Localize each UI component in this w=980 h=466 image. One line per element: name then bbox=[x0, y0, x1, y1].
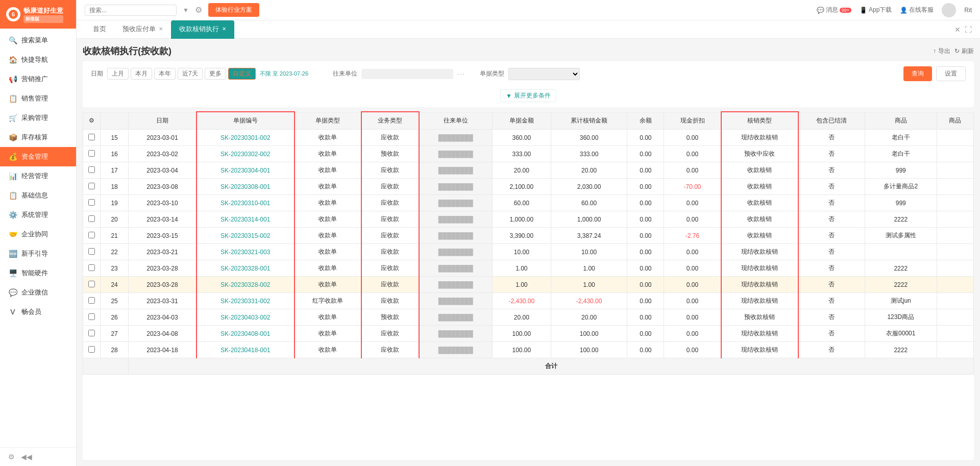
expand-conditions-button[interactable]: ▼ 展开更多条件 bbox=[500, 89, 556, 102]
sidebar-item-operation[interactable]: 📊经营管理 bbox=[0, 166, 76, 186]
cell-checkbox[interactable] bbox=[83, 130, 101, 146]
cell-bill-type: 收款单 bbox=[295, 162, 362, 179]
cell-cancel-type: 现结收款核销 bbox=[721, 293, 798, 309]
sidebar-item-quick-nav[interactable]: 🏠快捷导航 bbox=[0, 50, 76, 69]
cell-checkbox[interactable] bbox=[83, 309, 101, 326]
message-button[interactable]: 💬 消息 99+ bbox=[817, 6, 851, 14]
date-range-display: 不限 至 2023-07-26 bbox=[260, 70, 308, 78]
cell-include-settled: 否 bbox=[798, 228, 865, 244]
cell-checkbox[interactable] bbox=[83, 162, 101, 179]
sidebar-item-member[interactable]: V畅会员 bbox=[0, 302, 76, 322]
cell-bill-amount: 1.00 bbox=[492, 260, 551, 277]
sidebar-item-sales[interactable]: 📋销售管理 bbox=[0, 89, 76, 108]
col-header-gear[interactable]: ⚙ bbox=[83, 112, 101, 130]
date-btn-7days[interactable]: 近7天 bbox=[178, 68, 203, 80]
cell-bill-no: SK-20230302-002 bbox=[197, 146, 295, 162]
query-button[interactable]: 查询 bbox=[903, 66, 932, 81]
tab-close-icon[interactable]: ✕ bbox=[159, 26, 163, 32]
cell-goods2 bbox=[937, 228, 973, 244]
cell-cancel-type: 预收中应收 bbox=[721, 146, 798, 162]
sidebar-item-marketing[interactable]: 📢营销推广 bbox=[0, 69, 76, 89]
sidebar-nav: 🔍搜索菜单🏠快捷导航📢营销推广📋销售管理🛒采购管理📦库存核算💰资金管理📊经营管理… bbox=[0, 29, 76, 447]
cell-checkbox[interactable] bbox=[83, 260, 101, 277]
online-service-button[interactable]: 👤 在线客服 bbox=[900, 6, 934, 14]
cell-checkbox[interactable] bbox=[83, 179, 101, 195]
page-actions: ↑ 导出 ↻ 刷新 bbox=[933, 47, 974, 56]
sidebar-item-basic[interactable]: 📋基础信息 bbox=[0, 186, 76, 205]
cell-checkbox[interactable] bbox=[83, 244, 101, 260]
cell-bill-type: 红字收款单 bbox=[295, 293, 362, 309]
cell-checkbox[interactable] bbox=[83, 277, 101, 293]
bill-no-link[interactable]: SK-20230403-002 bbox=[220, 314, 270, 321]
bill-type-select[interactable] bbox=[508, 68, 580, 80]
filter-settings-button[interactable]: 设置 bbox=[936, 66, 966, 81]
bill-no-link[interactable]: SK-20230331-002 bbox=[220, 298, 270, 305]
bill-no-link[interactable]: SK-20230321-003 bbox=[220, 249, 270, 256]
tab-label: 预收应付单 bbox=[122, 24, 156, 34]
filter-bar: 日期 上月 本月 本年 近7天 更多 自定义 不限 至 2023-07-26 往… bbox=[83, 61, 974, 107]
sidebar-item-finance[interactable]: 💰资金管理 bbox=[0, 147, 76, 166]
sidebar-item-inventory[interactable]: 📦库存核算 bbox=[0, 128, 76, 147]
collapse-icon[interactable]: ◀◀ bbox=[21, 453, 32, 461]
sidebar-item-wechat[interactable]: 💬企业微信 bbox=[0, 283, 76, 302]
bill-no-link[interactable]: SK-20230315-002 bbox=[220, 232, 270, 239]
cell-cash-discount: 0.00 bbox=[664, 342, 721, 358]
bill-no-link[interactable]: SK-20230304-001 bbox=[220, 167, 270, 174]
date-btn-custom[interactable]: 自定义 bbox=[228, 68, 256, 80]
refresh-button[interactable]: ↻ 刷新 bbox=[954, 47, 974, 56]
industry-solution-button[interactable]: 体验行业方案 bbox=[208, 3, 259, 17]
cell-cash-discount: 0.00 bbox=[664, 309, 721, 326]
export-button[interactable]: ↑ 导出 bbox=[933, 47, 950, 56]
sidebar-item-corp[interactable]: 🤝企业协同 bbox=[0, 225, 76, 244]
sidebar-logo: 6 畅康道好生意 标推版 bbox=[0, 0, 76, 29]
sidebar-item-search[interactable]: 🔍搜索菜单 bbox=[0, 31, 76, 50]
sidebar-item-purchase[interactable]: 🛒采购管理 bbox=[0, 108, 76, 128]
sidebar-item-hardware[interactable]: 🖥️智能硬件 bbox=[0, 263, 76, 283]
close-tab-icon[interactable]: ✕ bbox=[954, 26, 961, 34]
cell-checkbox[interactable] bbox=[83, 228, 101, 244]
user-avatar[interactable] bbox=[942, 3, 956, 17]
date-btn-more[interactable]: 更多 bbox=[205, 68, 226, 80]
cell-checkbox[interactable] bbox=[83, 195, 101, 211]
bill-no-link[interactable]: SK-20230418-001 bbox=[220, 347, 270, 354]
tabs-bar: 首页预收应付单✕收款核销执行✕ ✕ ⛶ bbox=[77, 20, 980, 39]
tab-label: 收款核销执行 bbox=[179, 24, 219, 34]
bill-no-link[interactable]: SK-20230308-001 bbox=[220, 183, 270, 190]
date-btn-this-year[interactable]: 本年 bbox=[154, 68, 176, 80]
partner-filter-input[interactable] bbox=[361, 69, 453, 79]
tab-prepay[interactable]: 预收应付单✕ bbox=[114, 20, 171, 39]
bill-no-link[interactable]: SK-20230328-002 bbox=[220, 281, 270, 288]
cell-cash-discount: 0.00 bbox=[664, 293, 721, 309]
table-row: 18 2023-03-08 SK-20230308-001 收款单 应收款 ██… bbox=[83, 179, 974, 195]
sidebar-item-system[interactable]: ⚙️系统管理 bbox=[0, 205, 76, 225]
cell-bill-amount: 333.00 bbox=[492, 146, 551, 162]
bill-no-link[interactable]: SK-20230310-001 bbox=[220, 200, 270, 207]
bill-no-link[interactable]: SK-20230408-001 bbox=[220, 330, 270, 337]
topbar-dropdown-icon[interactable]: ▼ bbox=[183, 7, 189, 14]
cell-include-settled: 否 bbox=[798, 293, 865, 309]
tab-close-icon[interactable]: ✕ bbox=[222, 26, 226, 32]
cell-checkbox[interactable] bbox=[83, 211, 101, 228]
topbar-search-input[interactable] bbox=[85, 5, 177, 16]
tab-home[interactable]: 首页 bbox=[85, 20, 114, 39]
cell-checkbox[interactable] bbox=[83, 326, 101, 342]
expand-tab-icon[interactable]: ⛶ bbox=[965, 26, 972, 34]
cell-checkbox[interactable] bbox=[83, 146, 101, 162]
bill-no-link[interactable]: SK-20230328-001 bbox=[220, 265, 270, 272]
date-btn-this-month[interactable]: 本月 bbox=[131, 68, 152, 80]
settings-bottom-icon[interactable]: ⚙ bbox=[8, 453, 15, 461]
bill-no-link[interactable]: SK-20230302-002 bbox=[220, 151, 270, 158]
tab-collection[interactable]: 收款核销执行✕ bbox=[171, 20, 234, 39]
bill-no-link[interactable]: SK-20230314-001 bbox=[220, 216, 270, 223]
cell-checkbox[interactable] bbox=[83, 293, 101, 309]
bill-no-link[interactable]: SK-20230301-002 bbox=[220, 134, 270, 141]
sidebar-item-guide[interactable]: 🆕新手引导 bbox=[0, 244, 76, 263]
date-btn-last-month[interactable]: 上月 bbox=[107, 68, 129, 80]
cell-checkbox[interactable] bbox=[83, 342, 101, 358]
export-icon: ↑ bbox=[933, 47, 936, 55]
table-row: 19 2023-03-10 SK-20230310-001 收款单 应收款 ██… bbox=[83, 195, 974, 211]
topbar-gear-icon[interactable]: ⚙ bbox=[195, 5, 202, 15]
tab-label: 首页 bbox=[93, 24, 106, 34]
app-download-button[interactable]: 📱 App下载 bbox=[860, 6, 892, 14]
cell-cancel-type: 收款核销 bbox=[721, 195, 798, 211]
